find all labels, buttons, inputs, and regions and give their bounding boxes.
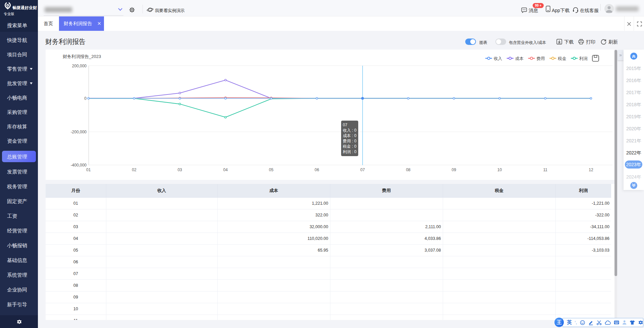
svg-text:成本: 成本 xyxy=(515,56,524,61)
svg-text:07: 07 xyxy=(360,168,365,172)
svg-text:08: 08 xyxy=(406,168,411,172)
svg-text:12: 12 xyxy=(589,168,593,172)
svg-text:200,000: 200,000 xyxy=(72,64,87,68)
svg-text:-200,000: -200,000 xyxy=(71,130,87,134)
svg-text:0: 0 xyxy=(84,96,87,101)
svg-text:税金: 税金 xyxy=(557,56,567,61)
svg-text:财务利润报告_2023: 财务利润报告_2023 xyxy=(63,54,101,59)
svg-text:02: 02 xyxy=(132,168,137,172)
svg-text:04: 04 xyxy=(223,168,228,172)
svg-text:06: 06 xyxy=(315,168,319,172)
svg-text:10: 10 xyxy=(497,168,502,172)
svg-text:收入: 收入 xyxy=(494,56,502,61)
svg-text:09: 09 xyxy=(452,168,457,172)
svg-text:03: 03 xyxy=(177,168,182,172)
svg-text:利润: 利润 xyxy=(579,56,588,61)
svg-text:11: 11 xyxy=(543,168,547,172)
svg-text:01: 01 xyxy=(86,168,91,172)
svg-text:05: 05 xyxy=(269,168,274,172)
svg-text:费用: 费用 xyxy=(537,56,545,61)
svg-text:-400,000: -400,000 xyxy=(71,163,87,168)
